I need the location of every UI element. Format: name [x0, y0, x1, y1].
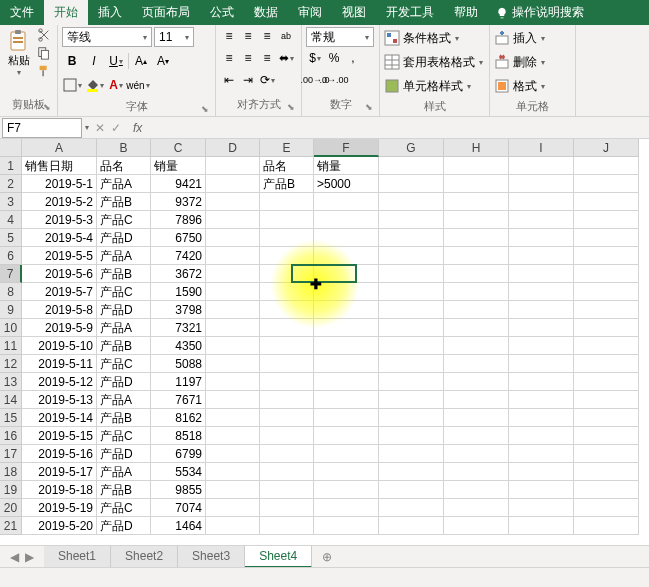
insert-cells-button[interactable]: 插入▾ — [494, 27, 545, 49]
cell[interactable]: 2019-5-11 — [22, 355, 97, 373]
cell[interactable] — [260, 517, 314, 535]
cell[interactable] — [444, 193, 509, 211]
cell[interactable] — [379, 157, 444, 175]
cell[interactable]: 2019-5-4 — [22, 229, 97, 247]
cancel-formula-icon[interactable]: ✕ — [95, 121, 105, 135]
name-box[interactable]: F7 — [2, 118, 82, 138]
cell[interactable]: 2019-5-19 — [22, 499, 97, 517]
cell[interactable] — [206, 481, 260, 499]
tab-insert[interactable]: 插入 — [88, 0, 132, 25]
cell[interactable]: 2019-5-20 — [22, 517, 97, 535]
cell[interactable] — [509, 193, 574, 211]
row-header[interactable]: 12 — [0, 355, 22, 373]
cell[interactable]: 1464 — [151, 517, 206, 535]
cell[interactable] — [444, 427, 509, 445]
merge-button[interactable]: ⬌▾ — [277, 49, 295, 67]
cell[interactable]: 销量 — [151, 157, 206, 175]
cell[interactable] — [574, 301, 639, 319]
underline-button[interactable]: U▾ — [106, 51, 126, 71]
cell[interactable]: 5534 — [151, 463, 206, 481]
cell[interactable] — [260, 409, 314, 427]
cell[interactable] — [379, 211, 444, 229]
cell[interactable] — [509, 175, 574, 193]
row-header[interactable]: 5 — [0, 229, 22, 247]
cell[interactable] — [509, 319, 574, 337]
cell[interactable]: 产品B — [97, 337, 151, 355]
cell[interactable]: 2019-5-2 — [22, 193, 97, 211]
cell[interactable]: 产品D — [97, 229, 151, 247]
cell[interactable] — [444, 499, 509, 517]
col-header-H[interactable]: H — [444, 139, 509, 157]
cell[interactable] — [574, 283, 639, 301]
cell[interactable]: >5000 — [314, 175, 379, 193]
comma-button[interactable]: , — [344, 49, 362, 67]
row-header[interactable]: 9 — [0, 301, 22, 319]
cell[interactable]: 8518 — [151, 427, 206, 445]
cell[interactable] — [260, 283, 314, 301]
cell[interactable] — [314, 463, 379, 481]
cell[interactable] — [574, 247, 639, 265]
cell[interactable] — [379, 373, 444, 391]
cell[interactable] — [574, 517, 639, 535]
cell[interactable] — [444, 517, 509, 535]
cell[interactable] — [574, 445, 639, 463]
col-header-B[interactable]: B — [97, 139, 151, 157]
cell[interactable] — [574, 193, 639, 211]
cell[interactable] — [574, 157, 639, 175]
cell[interactable] — [260, 247, 314, 265]
cell[interactable]: 产品B — [97, 193, 151, 211]
cell[interactable]: 3672 — [151, 265, 206, 283]
tab-nav-next[interactable]: ▶ — [25, 550, 34, 564]
cell[interactable]: 6750 — [151, 229, 206, 247]
cell[interactable] — [260, 373, 314, 391]
cell[interactable] — [444, 157, 509, 175]
row-header[interactable]: 15 — [0, 409, 22, 427]
cell[interactable]: 产品B — [97, 265, 151, 283]
cell[interactable] — [260, 445, 314, 463]
cell[interactable] — [314, 211, 379, 229]
number-format-combo[interactable]: 常规▾ — [306, 27, 374, 47]
cell[interactable]: 1590 — [151, 283, 206, 301]
cell[interactable]: 销售日期 — [22, 157, 97, 175]
cell[interactable]: 品名 — [260, 157, 314, 175]
col-header-F[interactable]: F — [314, 139, 379, 157]
tab-nav-prev[interactable]: ◀ — [10, 550, 19, 564]
cell[interactable] — [379, 499, 444, 517]
cell[interactable] — [444, 265, 509, 283]
cell[interactable] — [509, 301, 574, 319]
cell[interactable] — [444, 211, 509, 229]
cell[interactable] — [379, 301, 444, 319]
cell[interactable]: 2019-5-5 — [22, 247, 97, 265]
row-header[interactable]: 18 — [0, 463, 22, 481]
cell[interactable]: 2019-5-6 — [22, 265, 97, 283]
cell[interactable] — [260, 355, 314, 373]
cell[interactable]: 2019-5-10 — [22, 337, 97, 355]
cell[interactable]: 9372 — [151, 193, 206, 211]
row-header[interactable]: 16 — [0, 427, 22, 445]
dialog-launcher-icon[interactable]: ⬊ — [43, 102, 51, 112]
cell[interactable] — [574, 409, 639, 427]
cell[interactable] — [314, 427, 379, 445]
row-header[interactable]: 11 — [0, 337, 22, 355]
format-as-table-button[interactable]: 套用表格格式▾ — [384, 51, 483, 73]
cell[interactable] — [379, 193, 444, 211]
col-header-E[interactable]: E — [260, 139, 314, 157]
align-right-button[interactable]: ≡ — [258, 49, 276, 67]
align-bottom-button[interactable]: ≡ — [258, 27, 276, 45]
cell[interactable] — [206, 175, 260, 193]
col-header-J[interactable]: J — [574, 139, 639, 157]
cell[interactable] — [206, 409, 260, 427]
cell[interactable]: 品名 — [97, 157, 151, 175]
cell-styles-button[interactable]: 单元格样式▾ — [384, 75, 471, 97]
cell[interactable] — [509, 445, 574, 463]
cell[interactable] — [509, 229, 574, 247]
row-header[interactable]: 14 — [0, 391, 22, 409]
cell[interactable]: 3798 — [151, 301, 206, 319]
cell[interactable]: 7896 — [151, 211, 206, 229]
tab-view[interactable]: 视图 — [332, 0, 376, 25]
bold-button[interactable]: B — [62, 51, 82, 71]
cell[interactable]: 产品B — [97, 481, 151, 499]
cell[interactable] — [574, 427, 639, 445]
cell[interactable] — [574, 265, 639, 283]
row-header[interactable]: 19 — [0, 481, 22, 499]
